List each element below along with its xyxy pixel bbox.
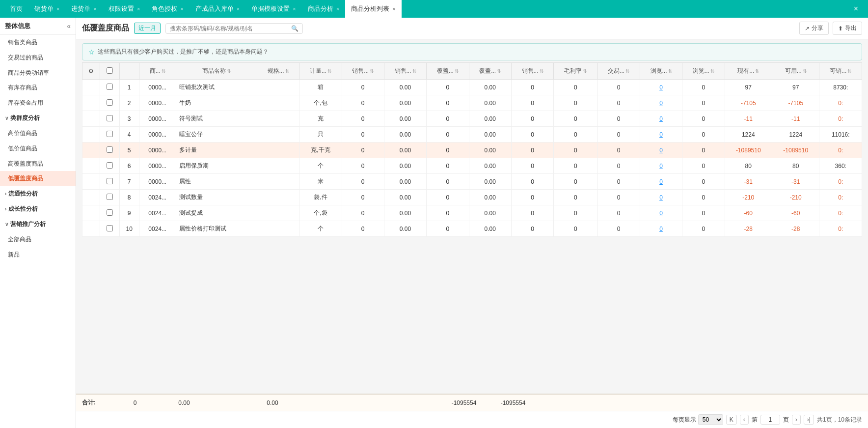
row-browse1[interactable]: 0 [640,221,682,237]
sidebar-item-capital-occupy[interactable]: 库存资金占用 [0,95,76,111]
sidebar-item-low-coverage[interactable]: 低覆盖度商品 [0,171,76,186]
select-all-checkbox[interactable] [107,67,113,74]
th-spec[interactable]: 规格...⇅ [257,63,299,80]
nav-sales[interactable]: 销货单 × [28,0,65,18]
th-checkbox[interactable] [100,63,119,80]
row-checkbox[interactable] [100,174,119,190]
row-unit: 只 [299,127,342,143]
nav-permission-close[interactable]: × [137,6,140,12]
sidebar-collapse-btn[interactable]: « [67,22,71,30]
nav-purchase-close[interactable]: × [93,6,96,12]
sidebar-item-new-goods[interactable]: 新品 [0,247,76,262]
row-checkbox[interactable] [100,143,119,158]
nav-product-analysis[interactable]: 商品分析 × [302,0,345,18]
row-select-checkbox[interactable] [107,194,113,200]
th-transaction[interactable]: 交易...⇅ [597,63,640,80]
sidebar-section-flow[interactable]: › 流通性分析 [0,186,76,201]
sidebar-item-all-goods[interactable]: 全部商品 [0,232,76,247]
nav-role-close[interactable]: × [180,6,183,12]
last-page-btn[interactable]: ›| [804,415,814,425]
nav-product-analysis-close[interactable]: × [336,6,339,12]
th-browse1[interactable]: 浏览...⇅ [640,63,682,80]
window-close-btn[interactable]: × [848,4,864,13]
per-page-dropdown[interactable]: 50 20 100 [698,414,723,425]
row-checkbox[interactable] [100,80,119,95]
row-sales-x: 0 [511,111,553,127]
row-checkbox[interactable] [100,95,119,111]
search-icon[interactable]: 🔍 [291,25,298,32]
th-sales-amt[interactable]: 销售...⇅ [384,63,426,80]
sidebar-item-category-rate[interactable]: 商品分类动销率 [0,65,76,81]
row-select-checkbox[interactable] [107,146,113,153]
row-browse1[interactable]: 0 [640,127,682,143]
sidebar-section-cluster[interactable]: ∨ 类群度分析 [0,111,76,126]
nav-product-analysis-list[interactable]: 商品分析列表 × [345,0,401,18]
sidebar-item-traded-goods[interactable]: 交易过的商品 [0,50,76,65]
row-checkbox[interactable] [100,111,119,127]
row-browse1[interactable]: 0 [640,143,682,158]
sidebar-section-growth[interactable]: › 成长性分析 [0,201,76,217]
row-checkbox[interactable] [100,205,119,221]
next-page-btn[interactable]: › [792,415,801,425]
th-current[interactable]: 现有...⇅ [725,63,772,80]
th-available[interactable]: 可用...⇅ [772,63,819,80]
row-checkbox[interactable] [100,158,119,174]
row-checkbox[interactable] [100,190,119,205]
nav-product-analysis-list-close[interactable]: × [392,6,395,12]
th-settings[interactable]: ⚙ [82,63,100,80]
nav-template[interactable]: 单据模板设置 × [245,0,301,18]
th-sellable[interactable]: 可销...⇅ [819,63,862,80]
sidebar-item-sales-goods[interactable]: 销售类商品 [0,35,76,50]
row-select-checkbox[interactable] [107,131,113,137]
th-browse2[interactable]: 浏览...⇅ [682,63,725,80]
nav-purchase[interactable]: 进货单 × [65,0,102,18]
row-checkbox[interactable] [100,127,119,143]
th-sales-qty[interactable]: 销售...⇅ [342,63,384,80]
row-select-checkbox[interactable] [107,209,113,216]
totals-label: 合计: [82,399,96,407]
nav-permission[interactable]: 权限设置 × [103,0,146,18]
row-code: 0000... [139,111,176,127]
row-select-checkbox[interactable] [107,99,113,106]
nav-role[interactable]: 角色授权 × [146,0,189,18]
row-browse1[interactable]: 0 [640,174,682,190]
prev-page-btn[interactable]: ‹ [740,415,749,425]
th-name[interactable]: 商品名称⇅ [176,63,257,80]
row-browse1[interactable]: 0 [640,205,682,221]
sidebar-section-marketing[interactable]: ∨ 营销推广分析 [0,217,76,232]
nav-template-close[interactable]: × [293,6,296,12]
sidebar-item-low-value[interactable]: 低价值商品 [0,141,76,156]
share-btn[interactable]: ↗ 分享 [799,22,829,35]
row-browse1[interactable]: 0 [640,80,682,95]
nav-product-stock[interactable]: 产成品入库单 × [190,0,245,18]
row-browse1[interactable]: 0 [640,95,682,111]
filter-recent-month-btn[interactable]: 近一月 [134,23,161,34]
row-browse1[interactable]: 0 [640,158,682,174]
row-select-checkbox[interactable] [107,178,113,184]
export-btn[interactable]: ⬆ 导出 [833,22,862,35]
row-select-checkbox[interactable] [107,84,113,90]
nav-home[interactable]: 首页 [4,0,28,18]
page-number-input[interactable] [760,415,780,425]
row-browse1[interactable]: 0 [640,111,682,127]
sidebar-item-high-value[interactable]: 高价值商品 [0,126,76,141]
nav-sales-close[interactable]: × [56,6,59,12]
row-select-checkbox[interactable] [107,162,113,169]
row-select-checkbox[interactable] [107,115,113,121]
th-coverage2[interactable]: 覆盖...⇅ [469,63,511,80]
th-code[interactable]: 商...⇅ [139,63,176,80]
th-gross-margin[interactable]: 毛利率⇅ [554,63,597,80]
row-sales-qty: 0 [342,158,384,174]
sidebar-item-stock-goods[interactable]: 有库存商品 [0,80,76,95]
th-num [119,63,139,80]
nav-product-stock-close[interactable]: × [237,6,240,12]
row-checkbox[interactable] [100,221,119,237]
th-sales-x[interactable]: 销售...⇅ [511,63,553,80]
th-coverage1[interactable]: 覆盖...⇅ [427,63,469,80]
th-unit[interactable]: 计量...⇅ [299,63,342,80]
search-input[interactable] [170,25,289,32]
sidebar-item-high-coverage[interactable]: 高覆盖度商品 [0,156,76,171]
first-page-btn[interactable]: K [726,415,737,425]
row-browse1[interactable]: 0 [640,190,682,205]
row-select-checkbox[interactable] [107,225,113,231]
